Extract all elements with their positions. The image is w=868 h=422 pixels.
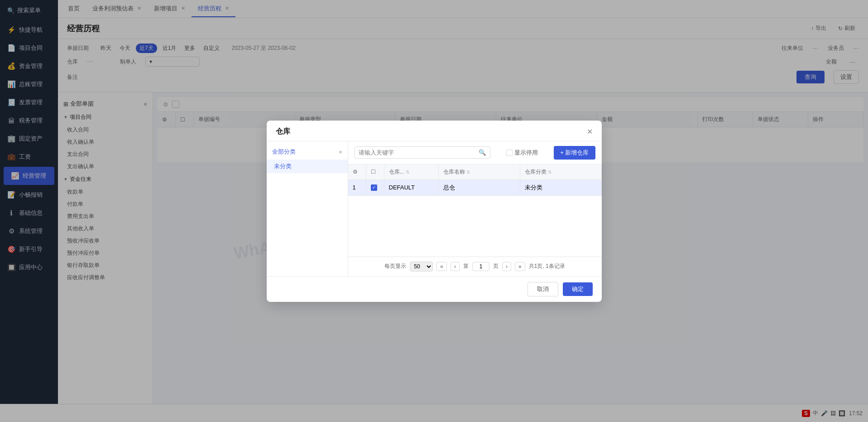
- dialog-toolbar: 🔍 显示停用 + 新增仓库: [348, 141, 602, 164]
- cell-name: 总仓: [439, 180, 520, 195]
- modal-overlay: 仓库 ✕ 全部分类 « 未分类 🔍: [0, 0, 868, 422]
- cell-checkbox[interactable]: ✓: [366, 180, 384, 195]
- dialog-page-label: 算: [463, 262, 469, 270]
- dialog-table-header: ⚙ ☐ 仓库... ⇅ 仓库名称 ⇅ 仓库分类 ⇅: [348, 165, 602, 180]
- dialog-page-suffix: 页: [493, 262, 499, 270]
- th-name: 仓库名称 ⇅: [439, 165, 520, 179]
- dialog-last-btn[interactable]: »: [515, 262, 525, 271]
- table-panel: 🔍 显示停用 + 新增仓库 ⚙ ☐ 仓库... ⇅: [348, 141, 602, 276]
- dialog-title: 仓库: [276, 127, 290, 136]
- show-disabled-checkbox[interactable]: [506, 150, 513, 156]
- dialog-table: ⚙ ☐ 仓库... ⇅ 仓库名称 ⇅ 仓库分类 ⇅: [348, 164, 602, 257]
- sort-name-icon: ⇅: [466, 170, 470, 175]
- category-panel: 全部分类 « 未分类: [267, 141, 348, 276]
- dialog-footer: 取消 确定: [267, 276, 602, 302]
- th-settings: ⚙: [348, 165, 366, 179]
- dialog-close-button[interactable]: ✕: [587, 127, 593, 136]
- category-item-未分类[interactable]: 未分类: [267, 160, 348, 173]
- add-warehouse-button[interactable]: + 新增仓库: [554, 146, 595, 160]
- cell-code: DEFAULT: [384, 180, 439, 195]
- dialog-per-page-label: 每页显示: [384, 262, 406, 270]
- dialog-body: 全部分类 « 未分类 🔍 显示停用 + 新增仓库: [267, 141, 602, 276]
- cancel-button[interactable]: 取消: [528, 282, 558, 296]
- dialog-first-btn[interactable]: «: [436, 262, 447, 271]
- show-disabled-label: 显示停用: [514, 149, 538, 157]
- all-categories-label: 全部分类: [272, 148, 296, 156]
- show-disabled-toggle[interactable]: 显示停用: [506, 149, 538, 157]
- cell-category: 未分类: [520, 180, 602, 195]
- dialog-total-info: 共1页, 1条记录: [529, 262, 565, 270]
- table-row[interactable]: 1 ✓ DEFAULT 总仓 未分类: [348, 180, 602, 196]
- th-category: 仓库分类 ⇅: [520, 165, 602, 179]
- category-collapse-btn[interactable]: «: [339, 149, 342, 155]
- th-checkbox: ☐: [366, 165, 384, 179]
- search-input[interactable]: [355, 147, 475, 158]
- cell-index: 1: [348, 180, 366, 195]
- dialog-pagination: 每页显示 50 100 « ‹ 算 页 › » 共1页, 1条记录: [348, 257, 602, 276]
- th-code: 仓库... ⇅: [384, 165, 439, 179]
- checked-icon: ✓: [371, 184, 377, 191]
- dialog-page-input[interactable]: [472, 262, 489, 271]
- dialog-header: 仓库 ✕: [267, 121, 602, 141]
- dialog-per-page-select[interactable]: 50 100: [410, 262, 433, 272]
- dialog-prev-btn[interactable]: ‹: [451, 262, 460, 271]
- category-scroll: 未分类: [267, 160, 348, 272]
- sort-cat-icon: ⇅: [548, 170, 551, 175]
- confirm-button[interactable]: 确定: [563, 282, 593, 296]
- search-icon-button[interactable]: 🔍: [475, 147, 490, 158]
- sort-code-icon: ⇅: [406, 170, 409, 175]
- dialog-next-btn[interactable]: ›: [502, 262, 511, 271]
- category-header[interactable]: 全部分类 «: [267, 146, 348, 160]
- warehouse-dialog: 仓库 ✕ 全部分类 « 未分类 🔍: [267, 121, 602, 302]
- dialog-search-box: 🔍: [355, 146, 490, 159]
